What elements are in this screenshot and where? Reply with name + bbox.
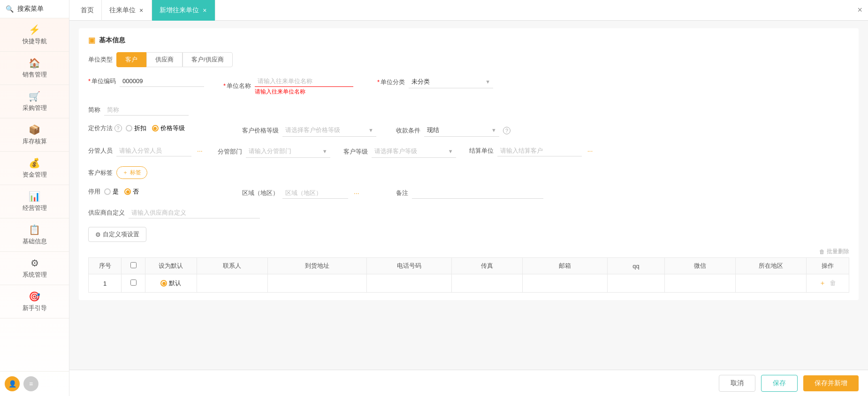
disabled-no-label: 否 bbox=[133, 187, 139, 196]
customer-level-select[interactable]: 请选择客户等级 ▼ bbox=[372, 145, 456, 158]
unit-code-input[interactable] bbox=[120, 76, 204, 87]
settings-gear-icon: ⚙ bbox=[95, 231, 101, 238]
sidebar-item-system[interactable]: ⚙ 系统管理 bbox=[0, 252, 69, 285]
tag-label: 客户标签 bbox=[88, 169, 113, 177]
sidebar-bottom: 👤 ≡ bbox=[0, 371, 69, 396]
cell-qq bbox=[608, 274, 664, 293]
default-radio-item[interactable]: 默认 bbox=[150, 279, 191, 287]
tab-new-partner-close[interactable]: × bbox=[202, 7, 207, 14]
short-name-input[interactable] bbox=[104, 104, 189, 116]
sidebar-item-purchase[interactable]: 🛒 采购管理 bbox=[0, 85, 69, 118]
inventory-icon: 📦 bbox=[29, 124, 40, 135]
qq-input[interactable] bbox=[622, 280, 650, 287]
sidebar-user-icon[interactable]: 👤 bbox=[5, 376, 20, 391]
sidebar-item-quick-nav[interactable]: ⚡ 快捷导航 bbox=[0, 18, 69, 52]
col-fax: 传真 bbox=[452, 258, 523, 274]
pricing-level-circle bbox=[152, 125, 159, 132]
sales-icon: 🏠 bbox=[29, 57, 40, 69]
sidebar-extra-icon[interactable]: ≡ bbox=[23, 376, 38, 391]
contact-input[interactable] bbox=[213, 280, 251, 287]
remark-input[interactable] bbox=[412, 187, 543, 199]
batch-delete-btn[interactable]: 🗑 批量删除 bbox=[819, 248, 849, 256]
short-name-row: 简称 bbox=[88, 104, 849, 116]
unit-category-select[interactable]: 未分类 ▼ bbox=[409, 76, 493, 88]
payment-help-icon[interactable]: ? bbox=[503, 127, 510, 134]
cancel-button[interactable]: 取消 bbox=[719, 375, 755, 392]
settlement-more-btn[interactable]: ··· bbox=[586, 147, 595, 155]
guide-icon: 🎯 bbox=[29, 291, 40, 302]
sidebar: 🔍 搜索菜单 ⚡ 快捷导航 🏠 销售管理 🛒 采购管理 📦 库存核算 💰 资金管… bbox=[0, 0, 69, 396]
sidebar-label-operations: 经营管理 bbox=[23, 204, 47, 212]
delete-row-btn[interactable]: 🗑 bbox=[829, 278, 837, 287]
address-input[interactable] bbox=[289, 280, 345, 287]
window-close-icon[interactable]: × bbox=[857, 5, 862, 15]
content-area: ▣ 基本信息 单位类型 客户 供应商 客户/供应商 *单位编 bbox=[69, 21, 868, 370]
type-btn-both[interactable]: 客户/供应商 bbox=[183, 52, 233, 67]
sidebar-item-operations[interactable]: 📊 经营管理 bbox=[0, 185, 69, 218]
custom-settings-btn[interactable]: ⚙ 自定义项设置 bbox=[88, 227, 146, 242]
sidebar-item-inventory[interactable]: 📦 库存核算 bbox=[0, 118, 69, 152]
sidebar-search[interactable]: 🔍 搜索菜单 bbox=[0, 0, 69, 18]
unit-info-row: *单位编码 *单位名称 请输入往来单位名称 *单位分类 bbox=[88, 76, 849, 96]
contacts-table-container: 🗑 批量删除 序号 设为默认 联系人 到货地址 bbox=[88, 248, 849, 293]
section-title: ▣ 基本信息 bbox=[88, 36, 849, 45]
default-radio-label: 默认 bbox=[169, 279, 181, 287]
region-label: 区域（地区） bbox=[242, 189, 279, 197]
region-field: 区域（地区） ··· bbox=[242, 187, 373, 199]
supplier-custom-input[interactable] bbox=[129, 207, 260, 218]
payment-condition-select[interactable]: 现结 ▼ bbox=[424, 124, 499, 137]
add-tag-btn[interactable]: ＋ 标签 bbox=[116, 166, 147, 179]
sidebar-label-quick-nav: 快捷导航 bbox=[23, 37, 47, 46]
sidebar-item-basic-info[interactable]: 📋 基础信息 bbox=[0, 218, 69, 252]
supplier-custom-row: 供应商自定义 bbox=[88, 207, 849, 218]
customer-price-label: 客户价格等级 bbox=[242, 126, 279, 135]
search-icon: 🔍 bbox=[6, 5, 14, 13]
unit-name-label: *单位名称 bbox=[223, 82, 251, 90]
pricing-help-icon[interactable]: ? bbox=[114, 124, 122, 132]
col-address: 到货地址 bbox=[267, 258, 366, 274]
region-input[interactable] bbox=[282, 187, 348, 199]
pricing-radio-level[interactable]: 价格等级 bbox=[152, 124, 185, 132]
disabled-yes-circle bbox=[104, 188, 111, 195]
disabled-radio-no[interactable]: 否 bbox=[124, 187, 139, 196]
row-checkbox[interactable] bbox=[130, 280, 137, 286]
wechat-input[interactable] bbox=[681, 280, 719, 287]
manager-more-btn[interactable]: ··· bbox=[195, 147, 205, 155]
cell-fax bbox=[452, 274, 523, 293]
pricing-discount-label: 折扣 bbox=[134, 124, 146, 132]
save-button[interactable]: 保存 bbox=[761, 375, 798, 392]
level-chevron: ▼ bbox=[448, 148, 453, 154]
select-all-checkbox[interactable] bbox=[130, 262, 137, 268]
location-input[interactable] bbox=[752, 280, 790, 287]
short-name-label: 简称 bbox=[88, 106, 100, 114]
save-new-button[interactable]: 保存并新增 bbox=[803, 375, 859, 391]
sidebar-item-guide[interactable]: 🎯 新手引导 bbox=[0, 285, 69, 318]
phone-input[interactable] bbox=[386, 280, 433, 287]
type-btn-supplier[interactable]: 供应商 bbox=[146, 52, 183, 67]
tab-home[interactable]: 首页 bbox=[73, 0, 102, 21]
email-input[interactable] bbox=[541, 280, 588, 287]
customer-level-label: 客户等级 bbox=[343, 148, 368, 156]
payment-condition-field: 收款条件 现结 ▼ ? bbox=[396, 124, 510, 137]
sidebar-label-sales: 销售管理 bbox=[23, 70, 47, 79]
add-row-btn[interactable]: ＋ bbox=[818, 278, 827, 288]
tab-bar: 首页 往来单位 × 新增往来单位 × × bbox=[69, 0, 868, 21]
sidebar-item-finance[interactable]: 💰 资金管理 bbox=[0, 152, 69, 185]
settlement-input[interactable] bbox=[497, 145, 582, 156]
manager-input[interactable] bbox=[116, 145, 191, 156]
pricing-radio-discount[interactable]: 折扣 bbox=[126, 124, 146, 132]
tab-new-partner[interactable]: 新增往来单位 × bbox=[152, 0, 215, 21]
disabled-radio-yes[interactable]: 是 bbox=[104, 187, 119, 196]
sidebar-item-sales[interactable]: 🏠 销售管理 bbox=[0, 52, 69, 85]
customer-price-select[interactable]: 请选择客户价格等级 ▼ bbox=[282, 124, 376, 137]
department-select[interactable]: 请输入分管部门 ▼ bbox=[246, 145, 330, 158]
type-btn-customer[interactable]: 客户 bbox=[116, 52, 146, 67]
payment-chevron: ▼ bbox=[491, 127, 496, 133]
tab-partners[interactable]: 往来单位 × bbox=[102, 0, 152, 21]
basic-info-icon: 📋 bbox=[29, 224, 40, 235]
region-more-btn[interactable]: ··· bbox=[352, 189, 361, 197]
sidebar-label-finance: 资金管理 bbox=[23, 171, 47, 179]
fax-input[interactable] bbox=[468, 280, 506, 287]
tab-partners-close[interactable]: × bbox=[138, 7, 144, 14]
unit-name-input[interactable] bbox=[255, 76, 353, 87]
